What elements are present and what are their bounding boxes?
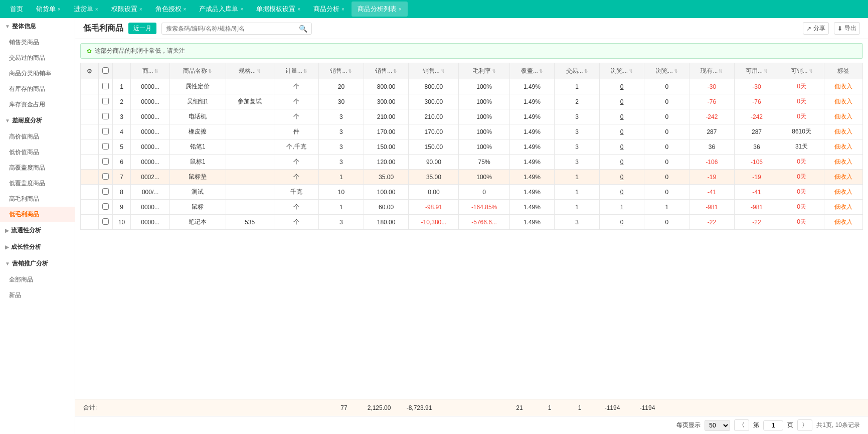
page-number-input[interactable] [763, 420, 783, 430]
cell-view1[interactable]: 0 [599, 215, 644, 230]
sidebar-item-traded-goods[interactable]: 交易过的商品 [0, 50, 75, 66]
col-sales-profit[interactable]: 销售...⇅ [409, 63, 459, 79]
cell-check[interactable] [99, 94, 113, 109]
cell-unit: 个 [274, 200, 319, 215]
sidebar-item-low-coverage[interactable]: 低覆盖度商品 [0, 176, 75, 191]
date-filter-button[interactable]: 近一月 [128, 23, 156, 34]
nav-home[interactable]: 首页 [4, 2, 29, 17]
sidebar-item-new-goods[interactable]: 新品 [0, 287, 75, 303]
cell-view1[interactable]: 0 [599, 170, 644, 185]
search-input[interactable] [166, 25, 299, 32]
sidebar-item-stock-capital[interactable]: 库存资金占用 [0, 97, 75, 112]
row-checkbox[interactable] [102, 218, 109, 225]
table-row: 7 0002... 鼠标垫 个 1 35.00 35.00 100% 1.49%… [81, 170, 863, 185]
col-code[interactable]: 商...⇅ [131, 63, 170, 79]
share-button[interactable]: ↗ 分享 [803, 22, 829, 35]
cell-name: 笔记本 [170, 215, 226, 230]
col-trade[interactable]: 交易...⇅ [555, 63, 600, 79]
col-unit[interactable]: 计量...⇅ [274, 63, 319, 79]
col-sales-price[interactable]: 销售...⇅ [364, 63, 409, 79]
cell-view1[interactable]: 1 [599, 200, 644, 215]
col-name[interactable]: 商品名称⇅ [170, 63, 226, 79]
row-checkbox[interactable] [102, 143, 109, 150]
cell-check[interactable] [99, 200, 113, 215]
check-all-checkbox[interactable] [102, 67, 109, 74]
nav-product-in[interactable]: 产成品入库单 × [193, 2, 249, 17]
sidebar-group-growth[interactable]: ▶ 成长性分析 [0, 239, 75, 255]
cell-view1[interactable]: 0 [599, 185, 644, 200]
cell-view1[interactable]: 0 [599, 109, 644, 124]
sidebar-item-in-stock[interactable]: 有库存的商品 [0, 81, 75, 97]
col-current[interactable]: 现有...⇅ [689, 63, 735, 79]
prev-page-button[interactable]: 〈 [734, 419, 749, 431]
close-icon[interactable]: × [399, 7, 402, 12]
col-sales-qty[interactable]: 销售...⇅ [319, 63, 364, 79]
nav-role[interactable]: 角色授权 × [149, 2, 193, 17]
export-button[interactable]: ⬇ 导出 [834, 22, 860, 35]
col-view2[interactable]: 浏览...⇅ [644, 63, 689, 79]
nav-template[interactable]: 单据模板设置 × [250, 2, 306, 17]
cell-check[interactable] [99, 170, 113, 185]
cell-view1[interactable]: 0 [599, 79, 644, 94]
cell-view1[interactable]: 0 [599, 155, 644, 170]
cell-check[interactable] [99, 155, 113, 170]
row-checkbox[interactable] [102, 188, 109, 195]
sidebar-group-flow[interactable]: ▶ 流通性分析 [0, 222, 75, 239]
sidebar-group-overall[interactable]: ▼ 整体信息 [0, 18, 75, 35]
nav-analysis-list[interactable]: 商品分析列表 × [352, 2, 408, 17]
col-available[interactable]: 可用...⇅ [734, 63, 779, 79]
row-checkbox[interactable] [102, 128, 109, 134]
close-icon[interactable]: × [297, 7, 300, 12]
col-settings[interactable]: ⚙ [81, 63, 99, 79]
search-icon[interactable]: 🔍 [299, 25, 307, 33]
col-spec[interactable]: 规格...⇅ [226, 63, 274, 79]
col-saleable[interactable]: 可销...⇅ [779, 63, 824, 79]
cell-check[interactable] [99, 139, 113, 155]
sidebar-group-marketing[interactable]: ▼ 营销推广分析 [0, 255, 75, 272]
close-icon[interactable]: × [240, 7, 243, 12]
cell-view1[interactable]: 0 [599, 94, 644, 109]
page-size-select[interactable]: 50 100 200 [705, 420, 730, 431]
nav-analysis[interactable]: 商品分析 × [307, 2, 351, 17]
sidebar-group-tolerance[interactable]: ▼ 差耐度分析 [0, 112, 75, 129]
sidebar-item-low-value[interactable]: 低价值商品 [0, 144, 75, 160]
nav-permission[interactable]: 权限设置 × [105, 2, 148, 17]
cell-sales-profit: 800.00 [409, 79, 459, 94]
cell-view1[interactable]: 0 [599, 139, 644, 155]
cell-check[interactable] [99, 79, 113, 94]
cell-name: 铅笔1 [170, 139, 226, 155]
cell-check[interactable] [99, 215, 113, 230]
sidebar-item-high-value[interactable]: 高价值商品 [0, 129, 75, 144]
sidebar-item-category-rate[interactable]: 商品分类助销率 [0, 66, 75, 81]
sidebar-item-high-margin[interactable]: 高毛利商品 [0, 191, 75, 207]
nav-sales[interactable]: 销货单 × [30, 2, 67, 17]
close-icon[interactable]: × [184, 7, 187, 12]
next-page-button[interactable]: 〉 [797, 419, 812, 431]
row-checkbox[interactable] [102, 113, 109, 119]
col-view1[interactable]: 浏览...⇅ [599, 63, 644, 79]
nav-purchase[interactable]: 进货单 × [68, 2, 104, 17]
cell-check[interactable] [99, 109, 113, 124]
row-checkbox[interactable] [102, 98, 109, 104]
close-icon[interactable]: × [58, 7, 61, 12]
sidebar-item-sales-goods[interactable]: 销售类商品 [0, 35, 75, 50]
close-icon[interactable]: × [95, 7, 98, 12]
row-checkbox[interactable] [102, 158, 109, 165]
sidebar-item-all-goods[interactable]: 全部商品 [0, 272, 75, 287]
sidebar-item-low-margin[interactable]: 低毛利商品 [0, 207, 75, 222]
col-coverage[interactable]: 覆盖...⇅ [509, 63, 555, 79]
search-box[interactable]: 🔍 [161, 23, 312, 35]
cell-view1[interactable]: 0 [599, 124, 644, 139]
row-checkbox[interactable] [102, 83, 109, 89]
close-icon[interactable]: × [341, 7, 344, 12]
sidebar-item-high-coverage[interactable]: 高覆盖度商品 [0, 160, 75, 176]
close-icon[interactable]: × [139, 7, 142, 12]
col-check-all[interactable] [99, 63, 113, 79]
cell-check[interactable] [99, 185, 113, 200]
row-checkbox[interactable] [102, 203, 109, 210]
col-gross-rate[interactable]: 毛利率⇅ [459, 63, 509, 79]
cell-gross-rate: 100% [459, 94, 509, 109]
cell-no: 1 [113, 79, 131, 94]
row-checkbox[interactable] [102, 173, 109, 180]
cell-check[interactable] [99, 124, 113, 139]
